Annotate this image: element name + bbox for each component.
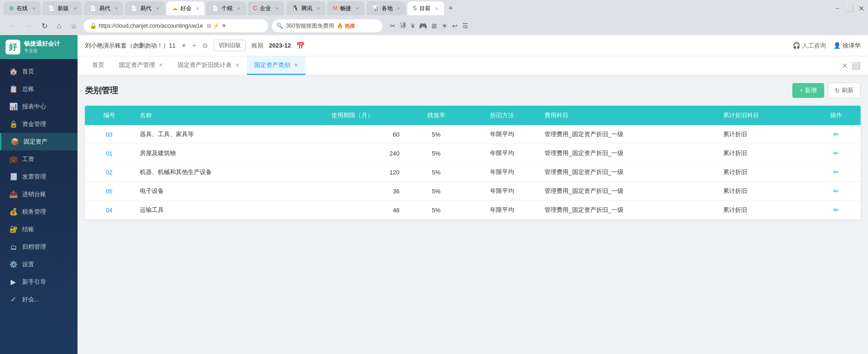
browser-tab-9[interactable]: 📊 各地 × — [366, 1, 406, 15]
tab-asset-category[interactable]: 固定资产类别 ✕ — [247, 56, 305, 75]
tab-close-3[interactable]: × — [156, 6, 159, 11]
menu-icon[interactable]: ☰ — [462, 22, 468, 30]
edit-button[interactable]: ✏ — [833, 168, 839, 176]
browser-tab-6[interactable]: C 企业 × — [248, 1, 284, 15]
browser-tab-8[interactable]: M 畅捷 × — [327, 1, 364, 15]
search-text: 360智能抠图免费用 — [286, 22, 334, 30]
tab-home[interactable]: 首页 — [85, 56, 112, 75]
bookmark-button[interactable]: ☆ — [68, 21, 80, 31]
top-bar-right: 🎧 人工咨询 👤 徐泽华 — [793, 42, 861, 50]
browser-tab-3[interactable]: 📄 易代 × — [125, 1, 164, 15]
sidebar-item-guide[interactable]: ▶ 新手引导 — [0, 273, 78, 291]
tab-close-2[interactable]: × — [115, 6, 118, 11]
tab-depreciation-report[interactable]: 固定资产折旧统计表 ✕ — [170, 56, 247, 75]
table-row: 01 房屋及建筑物 240 5% 年限平均 管理费用_固定资产折旧_一级 累计折… — [85, 144, 861, 163]
tab-close-6[interactable]: × — [275, 6, 278, 11]
window-restore[interactable]: ⬜ — [846, 5, 854, 12]
add-company-icon[interactable]: + — [192, 42, 196, 50]
currency-icon[interactable]: ¥ — [411, 22, 415, 30]
tab-close-depreciation[interactable]: ✕ — [235, 62, 239, 68]
sidebar-item-home[interactable]: 🏠 首页 — [0, 63, 78, 80]
table-row: 05 电子设备 36 5% 年限平均 管理费用_固定资产折旧_一级 累计折旧 ✏ — [85, 182, 861, 201]
browser-tab-2[interactable]: 📄 易代 × — [84, 1, 123, 15]
edit-button[interactable]: ✏ — [833, 206, 839, 214]
cell-action[interactable]: ✏ — [812, 144, 861, 163]
grid-icon[interactable]: ⊞ — [431, 22, 437, 30]
tab-close-assets-mgmt[interactable]: ✕ — [159, 62, 163, 68]
edit-button[interactable]: ✏ — [833, 187, 839, 195]
browser-tab-7[interactable]: 🐧 腾讯 × — [286, 1, 325, 15]
settings-icon[interactable]: ⚙ — [202, 42, 208, 49]
reload-button[interactable]: ↻ — [39, 21, 50, 31]
calendar-icon[interactable]: 📅 — [296, 42, 305, 50]
col-header-expense: 费用科目 — [538, 106, 717, 125]
history-icon[interactable]: ↩ — [452, 22, 458, 30]
browser-tab-10[interactable]: S 目前 × — [407, 1, 443, 15]
browser-tab-4[interactable]: ☁ 好会 × — [167, 1, 204, 15]
address-bar-row: ← → ↻ ⌂ ☆ 🔒 https://cloud.chanjet.com/ac… — [0, 17, 868, 35]
header-actions: + 新增 ↻ 刷新 — [792, 83, 861, 98]
sidebar-item-reports[interactable]: 📊 报表中心 — [0, 98, 78, 115]
scissors-icon[interactable]: ✂ — [390, 22, 395, 30]
categories-table: 编号 名称 使用期限（月） 残值率 折旧方法 费用科目 累计折旧科目 操作 03… — [85, 106, 861, 220]
window-close[interactable]: ✕ — [858, 4, 864, 13]
period-value: 2023-12 — [269, 42, 291, 49]
sidebar-item-payroll[interactable]: 💼 工资 — [0, 150, 78, 168]
sidebar-item-archive[interactable]: 🗂 归档管理 — [0, 238, 78, 256]
consultation-button[interactable]: 🎧 人工咨询 — [793, 42, 826, 50]
tab-close-icon[interactable]: ✕ — [842, 61, 848, 70]
dropdown-icon[interactable]: ▼ — [181, 42, 186, 49]
home-button[interactable]: ⌂ — [54, 21, 64, 31]
tab-close-category[interactable]: ✕ — [294, 62, 298, 68]
cell-action[interactable]: ✏ — [812, 201, 861, 220]
cell-action[interactable]: ✏ — [812, 182, 861, 201]
browser-tab-0[interactable]: ⊙ 在线 × — [4, 1, 41, 15]
close-accounts-icon: 🔐 — [9, 225, 18, 234]
browser-tab-1[interactable]: 📄 新版 × — [42, 1, 82, 15]
translate-icon[interactable]: 译 — [400, 22, 407, 30]
sidebar-item-invoice[interactable]: 🧾 发票管理 — [0, 168, 78, 186]
forward-button[interactable]: → — [22, 21, 35, 31]
tab-close-4[interactable]: × — [196, 6, 199, 11]
new-tab-button[interactable]: + — [446, 4, 456, 13]
sidebar-item-inventory[interactable]: 📥 进销台账 — [0, 186, 78, 203]
tab-close-10[interactable]: × — [435, 6, 438, 11]
sidebar-item-fixed-assets[interactable]: 📦 固定资产 — [0, 133, 78, 150]
sidebar-item-extra[interactable]: ✓ 好会... — [0, 291, 78, 308]
user-info[interactable]: 👤 徐泽华 — [833, 42, 861, 50]
window-minimize[interactable]: － — [834, 4, 841, 13]
back-button[interactable]: ← — [6, 21, 18, 31]
refresh-button[interactable]: ↻ 刷新 — [828, 83, 861, 98]
address-bar[interactable]: 🔒 https://cloud.chanjet.com/accounting/u… — [84, 19, 268, 32]
sidebar-item-close-accounts[interactable]: 🔐 结账 — [0, 221, 78, 238]
switch-version-button[interactable]: 切到旧版 — [214, 40, 246, 51]
cell-action[interactable]: ✏ — [812, 125, 861, 144]
brightness-icon[interactable]: ☀ — [442, 22, 448, 30]
page-header: 类别管理 + 新增 ↻ 刷新 — [85, 83, 861, 98]
tab-close-5[interactable]: × — [237, 6, 240, 11]
tab-close-0[interactable]: × — [32, 6, 35, 11]
tab-fixed-assets-mgmt[interactable]: 固定资产管理 ✕ — [112, 56, 170, 75]
period-label: 账期 — [251, 42, 263, 50]
search-bar[interactable]: 🔍 360智能抠图免费用 🔥 热搜 — [272, 19, 383, 32]
sidebar-item-ledger[interactable]: 📋 总账 — [0, 80, 78, 98]
cell-expense: 管理费用_固定资产折旧_一级 — [538, 182, 717, 201]
sidebar-item-funds[interactable]: 🔒 资金管理 — [0, 115, 78, 133]
tab-expand-icon[interactable]: ⬜ — [851, 61, 861, 70]
game-icon[interactable]: 🎮 — [419, 22, 427, 30]
tab-close-8[interactable]: × — [356, 6, 359, 11]
address-bar-icons: ⊞ ⚡ ▼ — [207, 23, 227, 29]
tab-close-9[interactable]: × — [397, 6, 400, 11]
tab-close-7[interactable]: × — [317, 6, 320, 11]
browser-tab-5[interactable]: 📄 个税 × — [206, 1, 245, 15]
tab-close-1[interactable]: × — [73, 6, 76, 11]
add-button[interactable]: + 新增 — [792, 83, 824, 98]
cell-accum: 累计折旧 — [717, 201, 812, 220]
col-header-method: 折旧方法 — [466, 106, 538, 125]
edit-button[interactable]: ✏ — [833, 150, 839, 157]
cell-period: 240 — [299, 144, 406, 163]
sidebar-item-tax[interactable]: 💰 税务管理 — [0, 203, 78, 221]
sidebar-item-settings[interactable]: ⚙️ 设置 — [0, 256, 78, 273]
edit-button[interactable]: ✏ — [833, 131, 839, 138]
cell-action[interactable]: ✏ — [812, 163, 861, 182]
